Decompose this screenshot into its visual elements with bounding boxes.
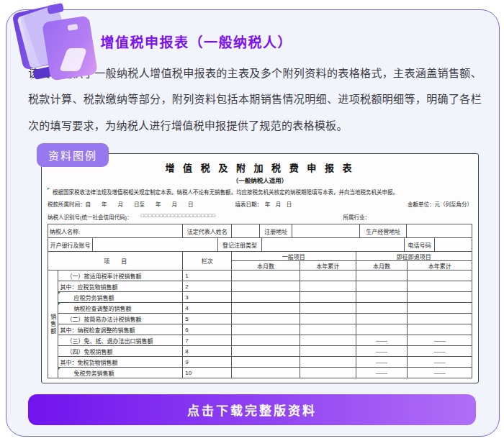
cell-refund-ytd: —— bbox=[408, 357, 472, 368]
row-no: 3 bbox=[183, 292, 232, 303]
legal-rep-label: 法定代表人姓名 bbox=[183, 224, 232, 238]
cell-refund-ytd bbox=[408, 270, 472, 281]
form-note: 根据国家税收法律法规及增值税相关规定制定本表。纳税人不论有无销售额，均应按税务机… bbox=[48, 188, 472, 196]
header-column-no: 栏次 bbox=[183, 252, 232, 270]
download-button[interactable]: 点击下载完整版资料 bbox=[28, 394, 476, 425]
cell-refund-ytd bbox=[408, 303, 472, 314]
cell-refund-ytd bbox=[408, 324, 472, 335]
page-title: 增值税申报表（一般纳税人） bbox=[100, 32, 292, 51]
form-subtitle: （一般纳税人适用） bbox=[48, 176, 472, 184]
cell-refund-ytd: —— bbox=[408, 335, 472, 346]
cell-general-ytd bbox=[300, 324, 356, 335]
cell-refund-month bbox=[356, 303, 408, 314]
row-label: 其中：免税货物销售额 bbox=[58, 357, 183, 368]
folder-documents-icon bbox=[4, 0, 105, 85]
industry-label: 所属行业： bbox=[343, 213, 371, 221]
cell-refund-month bbox=[356, 270, 408, 281]
cell-general-month bbox=[232, 303, 300, 314]
cell-general-month bbox=[232, 346, 300, 357]
form-id-line: 纳税人识别号(统一社会信用代码)： □□□□□□□□□□□□□□□□□□□□ 所… bbox=[48, 213, 472, 221]
group-label-sales: 销售额 bbox=[48, 270, 58, 378]
bank-account-value bbox=[92, 238, 217, 252]
cell-general-ytd bbox=[300, 357, 356, 368]
cell-general-ytd bbox=[300, 368, 356, 378]
page-title-row: ● 增值税申报表（一般纳税人） bbox=[84, 32, 292, 51]
table-header-row: 项 目 栏次 一般项目 即征即退项目 bbox=[48, 252, 472, 261]
table-row: 其中：纳税检查调整的销售额 6 bbox=[48, 324, 472, 335]
table-row: 销售额 （一）按适用税率计税销售额 1 bbox=[48, 270, 472, 281]
header-item: 项 目 bbox=[48, 252, 183, 270]
cell-general-ytd bbox=[300, 303, 356, 314]
row-label: 其中：应税货物销售额 bbox=[58, 281, 183, 292]
cell-general-month bbox=[232, 335, 300, 346]
page: ● 增值税申报表（一般纳税人） 该文档提供了一般纳税人增值税申报表的主表及多个附… bbox=[0, 0, 504, 441]
table-row: 纳税人名称: 法定代表人姓名 注册地址 生产经营地址 bbox=[48, 224, 472, 238]
cell-general-month bbox=[232, 357, 300, 368]
table-row: 纳税检查调整的销售额 4 bbox=[48, 303, 472, 314]
row-no: 8 bbox=[183, 346, 232, 357]
cell-refund-month bbox=[356, 281, 408, 292]
row-no: 5 bbox=[183, 314, 232, 324]
tax-form-preview: 增 值 税 及 附 加 税 费 申 报 表 （一般纳税人适用） 根据国家税收法律… bbox=[42, 154, 478, 383]
cell-general-month bbox=[232, 281, 300, 292]
table-row: 其中：免税货物销售额 9 —— —— bbox=[48, 357, 472, 368]
cell-refund-month bbox=[356, 314, 408, 324]
header-month-2: 本月数 bbox=[356, 261, 408, 270]
form-title: 增 值 税 及 附 加 税 费 申 报 表 bbox=[48, 160, 472, 174]
row-no: 9 bbox=[183, 357, 232, 368]
cell-general-ytd bbox=[300, 335, 356, 346]
registered-address-value bbox=[292, 224, 360, 238]
table-row: 其中：应税货物销售额 2 bbox=[48, 281, 472, 292]
row-no: 2 bbox=[183, 281, 232, 292]
table-row: （二）按简易办法计税销售额 5 bbox=[48, 314, 472, 324]
business-address-label: 生产经营地址 bbox=[360, 224, 407, 238]
cell-refund-month: —— bbox=[356, 368, 408, 378]
phone-value bbox=[434, 238, 472, 252]
table-row: （四）免税销售额 8 —— —— bbox=[48, 346, 472, 357]
business-address-value bbox=[407, 224, 472, 238]
example-label-badge: 资料图例 bbox=[37, 143, 109, 167]
taxpayer-info-table-row1: 纳税人名称: 法定代表人姓名 注册地址 生产经营地址 bbox=[48, 224, 472, 238]
header-general: 一般项目 bbox=[232, 252, 356, 261]
registration-type-value bbox=[262, 238, 405, 252]
cell-general-ytd bbox=[300, 281, 356, 292]
table-row: 开户银行及账号 登记注册类型 电话号码 bbox=[48, 238, 472, 252]
row-label: （一）按适用税率计税销售额 bbox=[58, 270, 183, 281]
cell-refund-ytd bbox=[408, 292, 472, 303]
cell-general-ytd bbox=[300, 270, 356, 281]
row-label: 纳税检查调整的销售额 bbox=[58, 303, 183, 314]
row-label: 免税劳务销售额 bbox=[58, 368, 183, 378]
taxpayer-id-boxes: □□□□□□□□□□□□□□□□□□□□ bbox=[141, 213, 217, 221]
row-no: 7 bbox=[183, 335, 232, 346]
table-row: （三）免、抵、退办法出口销售额 7 —— —— bbox=[48, 335, 472, 346]
phone-label: 电话号码 bbox=[405, 238, 434, 252]
taxpayer-info-table-row2: 开户银行及账号 登记注册类型 电话号码 bbox=[48, 237, 472, 252]
row-label: 其中：纳税检查调整的销售额 bbox=[58, 324, 183, 335]
cell-general-ytd bbox=[300, 314, 356, 324]
row-label: 应税劳务销售额 bbox=[58, 292, 183, 303]
row-no: 10 bbox=[183, 368, 232, 378]
cell-general-month bbox=[232, 270, 300, 281]
cell-refund-month: —— bbox=[356, 346, 408, 357]
cell-refund-month bbox=[356, 324, 408, 335]
taxpayer-id-label: 纳税人识别号(统一社会信用代码)： bbox=[48, 213, 132, 221]
cell-general-month bbox=[232, 314, 300, 324]
cell-refund-month: —— bbox=[356, 335, 408, 346]
cell-general-month bbox=[232, 324, 300, 335]
example-figure-box: 资料图例 增 值 税 及 附 加 税 费 申 报 表 （一般纳税人适用） 根据国… bbox=[41, 153, 479, 383]
cell-general-month bbox=[232, 368, 300, 378]
row-no: 1 bbox=[183, 270, 232, 281]
header-ytd-2: 本年累计 bbox=[408, 261, 472, 270]
row-label: （四）免税销售额 bbox=[58, 346, 183, 357]
cell-refund-month: —— bbox=[356, 357, 408, 368]
row-label: （二）按简易办法计税销售额 bbox=[58, 314, 183, 324]
registration-type-label: 登记注册类型 bbox=[217, 238, 262, 252]
header-refund: 即征即退项目 bbox=[356, 252, 472, 261]
form-unit: 金额单位：元（列至角分） bbox=[408, 200, 472, 208]
row-no: 6 bbox=[183, 324, 232, 335]
table-row: 应税劳务销售额 3 bbox=[48, 292, 472, 303]
form-period: 税款所属时间：自 年 月 日至 年 月 日 bbox=[48, 200, 194, 208]
row-no: 4 bbox=[183, 303, 232, 314]
cell-refund-ytd bbox=[408, 281, 472, 292]
registered-address-label: 注册地址 bbox=[260, 224, 292, 238]
